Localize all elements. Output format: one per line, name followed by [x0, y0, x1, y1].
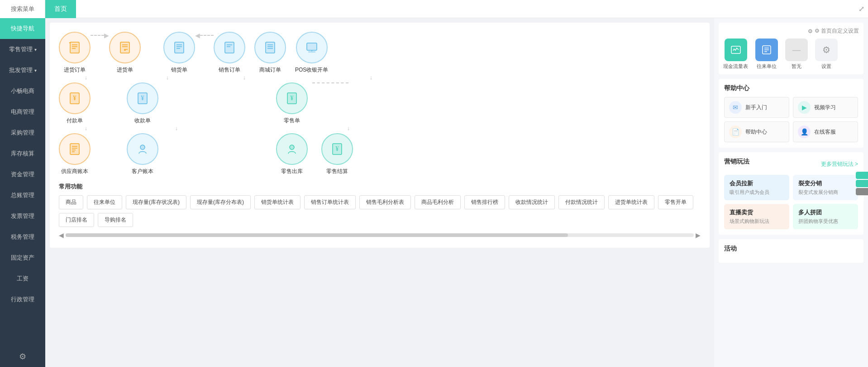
receipt-icon[interactable]: ¥ [127, 82, 158, 114]
func-btn-stock2[interactable]: 现存量(库存分布表) [190, 195, 251, 209]
func-btn-guide-rank[interactable]: 导购排名 [98, 213, 133, 227]
group-title: 多人拼团 [798, 208, 853, 217]
sidebar-item-label: 小畅电商 [11, 87, 34, 95]
func-btn-sales-rank[interactable]: 销售排行榜 [464, 195, 505, 209]
func-btn-store-rank[interactable]: 门店排名 [59, 213, 94, 227]
sidebar-item-label: 采购管理 [11, 129, 34, 137]
sidebar-item-tax[interactable]: 税务管理 [0, 227, 45, 247]
sidebar-item-invoice[interactable]: 发票管理 [0, 206, 45, 227]
quicknav-card: 进货订单 ▶ 进货单 [50, 23, 710, 248]
marketing-item-group[interactable]: 多人拼团 拼团购物享受优惠 [793, 204, 858, 229]
scroll-right-arrow[interactable]: ▶ [696, 232, 701, 239]
qa-cashflow-label: 现金流量表 [723, 63, 748, 70]
svg-rect-5 [120, 42, 129, 53]
gear-settings-icon: ⚙ [808, 28, 813, 34]
svg-rect-23 [307, 43, 317, 50]
flow-node-mall-order: 商城订单 [254, 32, 286, 74]
sidebar-item-admin[interactable]: 行政管理 [0, 289, 45, 310]
scroll-track[interactable] [66, 233, 694, 237]
sidebar-item-salary[interactable]: 工资 [0, 268, 45, 289]
float-btn-desktop[interactable]: 桌面快捷 [856, 188, 868, 195]
func-btn-gross-profit1[interactable]: 销售毛利分析表 [359, 195, 411, 209]
help-grid: ✉ 新手入门 ▶ 视频学习 📄 帮助中心 👤 在线客服 [724, 97, 858, 142]
payment-icon[interactable]: ¥ [59, 82, 91, 114]
func-btn-purchase-stat[interactable]: 进货单统计表 [608, 195, 654, 209]
retail-settle-icon[interactable]: ¥ [321, 133, 353, 165]
qa-item-partners[interactable]: 往来单位 [755, 39, 778, 70]
retail-order-icon[interactable]: ¥ [276, 82, 308, 114]
func-btn-goods[interactable]: 商品 [59, 195, 83, 209]
scroll-left-arrow[interactable]: ◀ [59, 232, 64, 239]
func-btn-sales-stat[interactable]: 销货单统计表 [254, 195, 300, 209]
sidebar-item-finance[interactable]: 资金管理 [0, 164, 45, 185]
sales-icon[interactable] [163, 32, 195, 63]
func-btn-payment-stat[interactable]: 付款情况统计 [558, 195, 605, 209]
sidebar-item-label: 零售管理 [9, 45, 33, 53]
sidebar-item-purchase[interactable]: 采购管理 [0, 122, 45, 143]
help-item-help[interactable]: 📄 帮助中心 [724, 121, 789, 142]
sidebar-item-label: 行政管理 [11, 295, 34, 304]
retail-out-icon[interactable] [276, 133, 308, 165]
cashflow-icon [725, 39, 747, 61]
payment-label: 付款单 [67, 117, 83, 125]
sales-order-icon[interactable] [214, 32, 245, 63]
sidebar-item-retail[interactable]: 零售管理 ▾ [0, 39, 45, 60]
qa-item-settings[interactable]: ⚙ 设置 [815, 39, 838, 70]
float-btn-service[interactable]: 客服热线 [856, 172, 868, 179]
search-menu-btn[interactable]: 搜索菜单 [0, 0, 45, 18]
help-item-video[interactable]: ▶ 视频学习 [793, 97, 858, 118]
marketing-item-live[interactable]: 直播卖货 场景式购物新玩法 [724, 204, 789, 229]
purchase-order-label: 进货订单 [64, 66, 86, 74]
customer-ledger-icon[interactable] [127, 133, 158, 165]
qa-item-none[interactable]: — 暂无 [785, 39, 808, 70]
func-btn-partners[interactable]: 往来单位 [87, 195, 122, 209]
float-buttons: 客服热线 服务社区 桌面快捷 [856, 172, 868, 195]
purchase-icon[interactable] [109, 32, 141, 63]
qa-item-cashflow[interactable]: 现金流量表 [723, 39, 748, 70]
main-panel: 进货订单 ▶ 进货单 [45, 18, 714, 367]
help-doc-label: 帮助中心 [745, 128, 767, 136]
qa-partners-label: 往来单位 [757, 63, 777, 70]
video-label: 视频学习 [814, 104, 836, 111]
sidebar-item-general-ledger[interactable]: 总账管理 [0, 185, 45, 206]
sidebar-item-label: 批发管理 [9, 66, 33, 74]
func-btn-gross-profit2[interactable]: 商品毛利分析 [415, 195, 461, 209]
beginner-icon: ✉ [729, 101, 742, 114]
help-item-beginner[interactable]: ✉ 新手入门 [724, 97, 789, 118]
sidebar-item-fixed-assets[interactable]: 固定资产 [0, 247, 45, 268]
func-btn-receipt-stat[interactable]: 收款情况统计 [509, 195, 555, 209]
sidebar-item-quicknav[interactable]: 快捷导航 [0, 18, 45, 39]
marketing-title: 营销玩法 [724, 158, 749, 166]
func-btn-retail-order[interactable]: 零售开单 [658, 195, 693, 209]
expand-btn[interactable]: ⤢ [858, 5, 864, 13]
customize-label[interactable]: ⚙ 首页自定义设置 [815, 27, 859, 35]
retail-order-label: 零售单 [284, 117, 300, 125]
pos-icon[interactable] [296, 32, 328, 63]
scroll-thumb [66, 233, 568, 237]
sidebar-item-ecommerce-xc[interactable]: 小畅电商 [0, 81, 45, 101]
func-btn-stock1[interactable]: 现存量(库存状况表) [126, 195, 186, 209]
mall-order-icon[interactable] [254, 32, 286, 63]
sidebar-item-label: 快捷导航 [11, 24, 34, 33]
right-panel: ⚙ ⚙ 首页自定义设置 现金流量表 往来单位 [714, 18, 868, 367]
settings-gear-icon[interactable]: ⚙ [19, 352, 26, 362]
float-btn-community[interactable]: 服务社区 [856, 180, 868, 187]
sidebar-item-wholesale[interactable]: 批发管理 ▾ [0, 60, 45, 81]
marketing-item-fission[interactable]: 裂变分销 裂变式发展分销商 [793, 175, 858, 200]
flow-node-sales: 销货单 [163, 32, 195, 74]
common-functions: 常用功能 商品 往来单位 现存量(库存状况表) 现存量(库存分布表) 销货单统计… [59, 183, 701, 227]
tab-home[interactable]: 首页 [45, 0, 76, 18]
more-marketing-link[interactable]: 更多营销玩法 > [821, 160, 858, 168]
flow-node-purchase: 进货单 [109, 32, 141, 74]
supplier-ledger-icon[interactable] [59, 133, 91, 165]
flow-node-customer-ledger: 客户账本 [127, 133, 158, 175]
svg-rect-14 [225, 42, 234, 53]
purchase-order-icon[interactable] [59, 32, 91, 63]
pos-label: POS收银开单 [295, 66, 328, 74]
func-btn-order-stat[interactable]: 销售订单统计表 [304, 195, 356, 209]
chevron-down-icon: ▾ [34, 47, 37, 52]
marketing-item-member[interactable]: 会员拉新 吸引用户成为会员 [724, 175, 789, 200]
sidebar-item-ecommerce-mgmt[interactable]: 电商管理 [0, 101, 45, 122]
sidebar-item-inventory[interactable]: 库存核算 [0, 143, 45, 164]
help-item-service[interactable]: 👤 在线客服 [793, 121, 858, 142]
